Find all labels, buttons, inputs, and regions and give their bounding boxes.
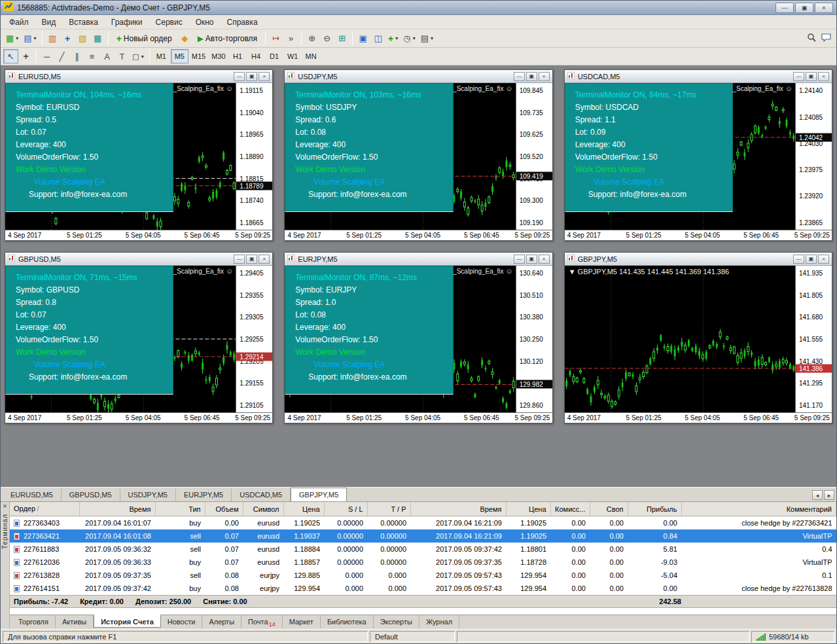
cell-close_time[interactable]: 2017.09.05 09:37:42 <box>410 543 506 556</box>
cell-symbol[interactable]: eurjpy <box>243 569 283 582</box>
window-restore-button[interactable]: ▣ <box>795 3 813 13</box>
menu-item-5[interactable]: Окно <box>189 16 221 29</box>
timeframe-w1-button[interactable]: W1 <box>284 49 302 63</box>
cell-close_time[interactable]: 2017.09.05 09:57:43 <box>410 569 506 582</box>
cell-open_time[interactable]: 2017.09.05 09:36:33 <box>79 556 155 569</box>
chart-minimize-button[interactable]: — <box>514 255 525 264</box>
column-header-4[interactable]: Символ <box>243 502 283 516</box>
autotrading-button[interactable]: ▶Авто-торговля <box>192 31 262 46</box>
cell-comment[interactable]: 0.4 <box>681 543 836 556</box>
terminal-tab-library[interactable]: Библиотека <box>321 615 374 628</box>
chart-restore-button[interactable]: ▣ <box>526 72 537 81</box>
cell-order[interactable]: 227612036 <box>10 556 79 569</box>
cell-symbol[interactable]: eurusd <box>243 529 283 543</box>
cell-order[interactable]: 227613828 <box>10 569 79 582</box>
chart-titlebar[interactable]: GBPUSD,M5 — ▣ × <box>5 253 272 266</box>
column-header-0[interactable]: Ордер / <box>10 502 79 516</box>
window-close-button[interactable]: × <box>815 3 833 13</box>
cell-sl[interactable]: 0.00000 <box>324 543 367 556</box>
column-header-5[interactable]: Цена <box>283 502 324 516</box>
chart-minimize-button[interactable]: — <box>234 72 245 81</box>
periods-button[interactable]: ◷▾ <box>401 31 418 46</box>
cell-open_time[interactable]: 2017.09.05 09:36:32 <box>79 543 155 556</box>
chart-plot-area[interactable]: _Scalping_Ea_fix ☺ TerminalMonitor ON, 1… <box>5 83 272 240</box>
chart-shift-button[interactable]: ↦ <box>268 31 283 46</box>
cell-profit[interactable]: -5.04 <box>628 569 681 582</box>
chart-tab-gbpjpy[interactable]: GBPJPY,M5 <box>291 488 347 501</box>
new-chart-button[interactable]: ▦▾ <box>3 31 21 46</box>
terminal-tab-assets[interactable]: Активы <box>56 615 94 628</box>
cell-open_price[interactable]: 1.19037 <box>283 529 324 543</box>
cell-open_time[interactable]: 2017.09.05 09:37:35 <box>79 569 155 582</box>
cell-commission[interactable]: 0.00 <box>550 516 590 530</box>
menu-item-4[interactable]: Сервис <box>149 16 189 29</box>
chart-minimize-button[interactable]: — <box>514 72 525 81</box>
crosshair-tool-button[interactable]: + <box>18 49 33 63</box>
text-tool-button[interactable]: A <box>99 49 115 63</box>
column-header-2[interactable]: Тип <box>155 502 205 516</box>
timeframe-m5-button[interactable]: M5 <box>171 49 188 63</box>
timeframe-mn-button[interactable]: MN <box>302 49 320 63</box>
cell-swap[interactable]: 0.00 <box>590 569 628 582</box>
tabs-scroll-left-button[interactable]: ◂ <box>812 490 823 500</box>
chart-close-button[interactable]: × <box>258 72 270 81</box>
chart-titlebar[interactable]: GBPJPY,M5 — ▣ × <box>565 253 832 266</box>
menu-item-2[interactable]: Вставка <box>62 16 105 29</box>
history-row-227614151[interactable]: 2276141512017.09.05 09:37:42buy0.08eurjp… <box>10 582 836 595</box>
label-tool-button[interactable]: T <box>115 49 130 63</box>
cell-symbol[interactable]: eurusd <box>243 556 283 569</box>
chart-close-button[interactable]: × <box>539 255 550 264</box>
cell-open_time[interactable]: 2017.09.04 16:01:08 <box>79 529 155 543</box>
menu-item-6[interactable]: Справка <box>221 16 264 29</box>
chart-tab-eurusd[interactable]: EURUSD,M5 <box>3 489 62 501</box>
column-header-9[interactable]: Цена <box>506 502 550 516</box>
cell-type[interactable]: buy <box>155 556 205 569</box>
chart-minimize-button[interactable]: — <box>234 255 245 264</box>
chart-restore-button[interactable]: ▣ <box>246 255 257 264</box>
cell-commission[interactable]: 0.00 <box>550 556 590 569</box>
cell-commission[interactable]: 0.00 <box>550 529 590 543</box>
chart-close-button[interactable]: × <box>818 72 829 81</box>
chart-titlebar[interactable]: USDJPY,M5 — ▣ × <box>285 70 552 83</box>
window-titlebar[interactable]: 1568885: Activtrades-Demo - Демо Счет - … <box>1 1 836 15</box>
cell-open_price[interactable]: 1.18884 <box>283 543 324 556</box>
column-header-6[interactable]: S / L <box>324 502 367 516</box>
cascade-windows-button[interactable]: ▣ <box>355 31 370 46</box>
column-header-1[interactable]: Время <box>79 502 155 516</box>
chart-plot-area[interactable]: _Scalping_Ea_fix ☺ TerminalMonitor ON, 1… <box>285 83 552 240</box>
menu-item-3[interactable]: Графики <box>105 16 149 29</box>
cell-close_price[interactable]: 1.18801 <box>506 543 550 556</box>
cell-volume[interactable]: 0.00 <box>205 516 243 530</box>
chart-close-button[interactable]: × <box>818 255 829 264</box>
cell-swap[interactable]: 0.00 <box>590 556 628 569</box>
cell-open_price[interactable]: 129.885 <box>283 569 324 582</box>
column-header-11[interactable]: Своп <box>590 502 628 516</box>
cell-symbol[interactable]: eurjpy <box>243 582 283 595</box>
chart-minimize-button[interactable]: — <box>793 72 804 81</box>
cell-type[interactable]: sell <box>155 529 205 543</box>
cell-sl[interactable]: 0.00000 <box>324 529 367 543</box>
cell-close_price[interactable]: 1.18728 <box>506 556 550 569</box>
column-header-12[interactable]: Прибыль <box>628 502 681 516</box>
cell-profit[interactable]: 0.00 <box>628 582 681 595</box>
cell-symbol[interactable]: eurusd <box>243 516 283 530</box>
search-button[interactable] <box>804 31 819 46</box>
cell-close_price[interactable]: 129.954 <box>506 569 550 582</box>
terminal-tab-experts[interactable]: Эксперты <box>374 615 419 628</box>
chart-plot-area[interactable]: _Scalping_Ea_fix ☺ TerminalMonitor ON, 8… <box>285 266 552 423</box>
cell-sl[interactable]: 0.00000 <box>324 516 367 530</box>
shapes-tool-button[interactable]: ◻▾ <box>130 49 147 63</box>
terminal-close-button[interactable]: × <box>3 502 7 510</box>
cursor-tool-button[interactable]: ↖ <box>3 49 18 63</box>
cell-sl[interactable]: 0.00000 <box>324 556 367 569</box>
cell-order[interactable]: 227611883 <box>10 543 79 556</box>
cell-comment[interactable]: close hedge by #227363421 <box>681 516 836 530</box>
cell-order[interactable]: 227614151 <box>10 582 79 595</box>
cell-volume[interactable]: 0.08 <box>205 569 243 582</box>
timeframe-h1-button[interactable]: H1 <box>229 49 247 63</box>
trendline-tool-button[interactable]: ╱ <box>54 49 69 63</box>
menu-item-1[interactable]: Вид <box>35 16 63 29</box>
chart-tab-gbpusd[interactable]: GBPUSD,M5 <box>62 489 120 501</box>
cell-volume[interactable]: 0.07 <box>205 556 243 569</box>
cell-volume[interactable]: 0.08 <box>205 582 243 595</box>
